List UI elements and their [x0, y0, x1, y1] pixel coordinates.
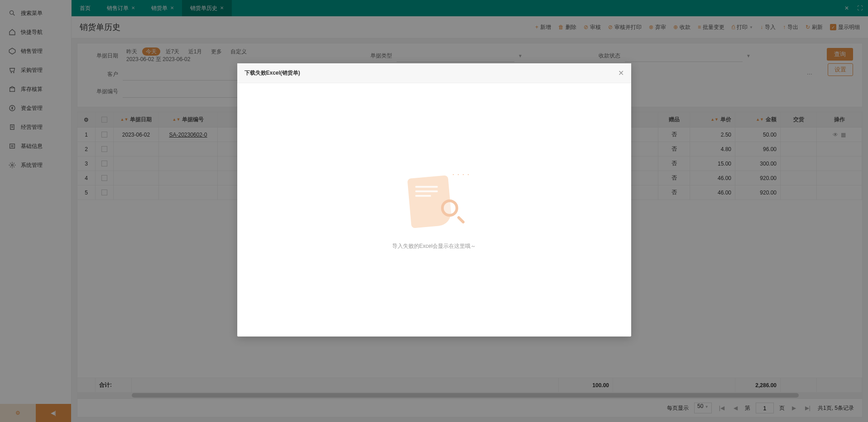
modal-close-button[interactable]: ✕	[618, 69, 624, 77]
download-failed-modal: 下载失败Excel(销货单) ✕ • • • • 导入失败的Excel会显示在这…	[237, 63, 631, 337]
empty-state-illustration: • • • •	[403, 170, 466, 233]
modal-overlay: 下载失败Excel(销货单) ✕ • • • • 导入失败的Excel会显示在这…	[0, 0, 868, 422]
modal-title: 下载失败Excel(销货单)	[245, 69, 300, 77]
empty-state-text: 导入失败的Excel会显示在这里哦～	[392, 242, 476, 250]
